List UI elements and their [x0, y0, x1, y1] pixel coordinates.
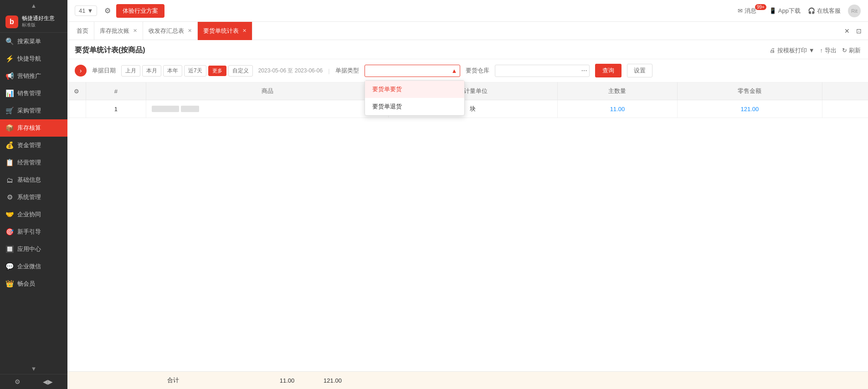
lightning-icon: ⚡: [5, 55, 14, 63]
messages-badge: 99+: [755, 4, 766, 10]
sidebar-item-system[interactable]: ⚙ 系统管理: [0, 189, 67, 206]
amount-link[interactable]: 121.00: [741, 106, 759, 113]
mobile-icon: 📱: [769, 7, 776, 14]
table-header-row: ⚙ # 商品 主计量单位 主数量 零售金额: [67, 82, 868, 100]
user-avatar[interactable]: Rit: [848, 5, 861, 17]
column-settings-header[interactable]: ⚙: [67, 82, 86, 100]
filter-area: › 单据日期 上月 本月 本年 近7天 更多 自定义 2023-05-06 至 …: [67, 59, 868, 82]
last-month-btn[interactable]: 上月: [121, 65, 140, 77]
search-icon: 🔍: [5, 37, 14, 46]
cart-icon: 🛒: [5, 107, 14, 115]
sidebar-item-guide[interactable]: 🎯 新手引导: [0, 223, 67, 241]
row-settings-cell: [67, 100, 86, 118]
page-header-actions: 🖨 按模板打印 ▼ ↑ 导出 ↻ 刷新: [770, 46, 861, 55]
sidebar-item-inventory[interactable]: 📦 库存核算: [0, 119, 67, 137]
sidebar-settings-btn[interactable]: ⚙: [15, 378, 21, 385]
warehouse-more-icon[interactable]: ···: [579, 67, 589, 75]
gear-icon: ⚙: [5, 193, 14, 201]
sidebar-item-basic[interactable]: 🗂 基础信息: [0, 171, 67, 189]
doc-type-select[interactable]: ▲: [365, 65, 461, 77]
app-logo-icon: b: [5, 15, 18, 28]
table-settings-icon: ⚙: [74, 88, 79, 95]
filter-toggle-btn[interactable]: ›: [75, 65, 87, 77]
row-quantity-cell: 11.00: [557, 100, 678, 118]
refresh-btn[interactable]: ↻ 刷新: [842, 46, 861, 55]
sidebar-item-purchase[interactable]: 🛒 采购管理: [0, 102, 67, 119]
export-btn[interactable]: ↑ 导出: [820, 46, 837, 55]
sidebar-scroll-up[interactable]: ▲: [0, 0, 67, 11]
custom-date-btn[interactable]: 自定义: [228, 65, 253, 77]
clipboard-icon: 📋: [5, 159, 14, 167]
store-selector[interactable]: 41 ▼: [75, 5, 97, 16]
this-year-btn[interactable]: 本年: [163, 65, 182, 77]
tab-order-stats[interactable]: 要货单统计表 ✕: [198, 22, 252, 40]
topbar: 41 ▼ ⚙ 体验行业方案 ✉ 消息 99+ 📱 App下载 🎧 在线客服 Ri…: [67, 0, 868, 22]
chart-icon: 📊: [5, 89, 14, 97]
sidebar-item-marketing[interactable]: 📢 营销推广: [0, 67, 67, 85]
sidebar-item-wechat[interactable]: 💬 企业微信: [0, 258, 67, 275]
sidebar-item-operation[interactable]: 📋 经营管理: [0, 154, 67, 171]
close-all-tabs-btn[interactable]: ✕: [842, 26, 853, 36]
sidebar-item-enterprise[interactable]: 🤝 企业协同: [0, 206, 67, 223]
sidebar-collapse-btn[interactable]: ◀▶: [43, 378, 53, 385]
restore-tabs-btn[interactable]: ⊡: [853, 26, 864, 36]
table-footer: 合计 11.00 121.00: [67, 371, 868, 389]
export-icon: ↑: [820, 47, 823, 54]
online-service-btn[interactable]: 🎧 在线客服: [808, 7, 841, 15]
tab-home[interactable]: 首页: [71, 22, 94, 40]
dropdown-item-order[interactable]: 要货单要货: [365, 81, 464, 98]
sidebar-item-finance[interactable]: 💰 资金管理: [0, 137, 67, 154]
print-template-btn[interactable]: 🖨 按模板打印 ▼: [770, 46, 815, 55]
sidebar-item-search[interactable]: 🔍 搜索菜单: [0, 33, 67, 50]
box-icon: 📦: [5, 124, 14, 132]
query-btn[interactable]: 查询: [595, 64, 621, 77]
footer-label: 合计: [128, 376, 219, 384]
sidebar-item-sales[interactable]: 📊 销售管理: [0, 85, 67, 102]
warehouse-filter-label: 要货仓库: [466, 67, 489, 75]
topbar-settings-icon[interactable]: ⚙: [104, 6, 111, 15]
warehouse-select[interactable]: ···: [495, 65, 589, 77]
app-download-btn[interactable]: 📱 App下载: [769, 7, 801, 15]
settings-btn[interactable]: 设置: [627, 64, 652, 77]
sidebar-bottom: ⚙ ◀▶: [0, 374, 67, 389]
handshake-icon: 🤝: [5, 210, 14, 219]
page-title: 要货单统计表(按商品): [75, 46, 145, 55]
footer-amount: 121.00: [310, 377, 355, 384]
column-quantity-header: 主数量: [557, 82, 678, 100]
trial-industry-btn[interactable]: 体验行业方案: [116, 4, 164, 18]
tab-inventory-batch-label: 库存批次账: [100, 27, 129, 35]
last7-btn[interactable]: 近7天: [184, 65, 206, 77]
doc-type-input[interactable]: [365, 65, 449, 77]
column-seq-header: #: [86, 82, 146, 100]
sidebar-scroll-down[interactable]: ▼: [0, 363, 67, 374]
row-amount-cell: 121.00: [678, 100, 822, 118]
sidebar-item-appstore[interactable]: 🔲 应用中心: [0, 241, 67, 258]
doc-type-arrow-icon[interactable]: ▲: [449, 67, 460, 74]
sidebar: ▲ b 畅捷通好生意 标准版 🔍 搜索菜单 ⚡ 快捷导航 📢 营销推广 📊 销售…: [0, 0, 67, 389]
date-range-btns: 上月 本月 本年 近7天 更多 自定义: [121, 65, 253, 77]
warehouse-input[interactable]: [495, 65, 579, 77]
tab-receive-summary[interactable]: 收发存汇总表 ✕: [143, 22, 198, 40]
tab-inventory-batch[interactable]: 库存批次账 ✕: [94, 22, 143, 40]
dropdown-item-return[interactable]: 要货单退货: [365, 98, 464, 115]
data-table: ⚙ # 商品 主计量单位 主数量 零售金额 1: [67, 82, 868, 118]
sidebar-nav: 🔍 搜索菜单 ⚡ 快捷导航 📢 营销推广 📊 销售管理 🛒 采购管理 📦 库存核…: [0, 33, 67, 363]
tab-inventory-batch-close[interactable]: ✕: [133, 28, 137, 34]
tab-receive-summary-label: 收发存汇总表: [149, 27, 184, 35]
this-month-btn[interactable]: 本月: [142, 65, 161, 77]
doc-type-select-container: ▲ 要货单要货 要货单退货: [365, 65, 461, 77]
sidebar-item-member[interactable]: 👑 畅会员: [0, 275, 67, 292]
main-content: 41 ▼ ⚙ 体验行业方案 ✉ 消息 99+ 📱 App下载 🎧 在线客服 Ri…: [67, 0, 868, 389]
app-version: 标准版: [22, 22, 55, 28]
sidebar-item-shortcut[interactable]: ⚡ 快捷导航: [0, 50, 67, 67]
headset-icon: 🎧: [808, 7, 815, 14]
grid-icon: 🔲: [5, 245, 14, 253]
crown-icon: 👑: [5, 280, 14, 288]
product-code-placeholder: [181, 106, 199, 112]
target-icon: 🎯: [5, 228, 14, 236]
messages-btn[interactable]: ✉ 消息 99+: [738, 7, 762, 15]
tab-order-stats-close[interactable]: ✕: [242, 28, 247, 34]
more-date-btn[interactable]: 更多: [208, 66, 226, 76]
tab-receive-summary-close[interactable]: ✕: [188, 28, 192, 34]
quantity-link[interactable]: 11.00: [610, 106, 625, 113]
